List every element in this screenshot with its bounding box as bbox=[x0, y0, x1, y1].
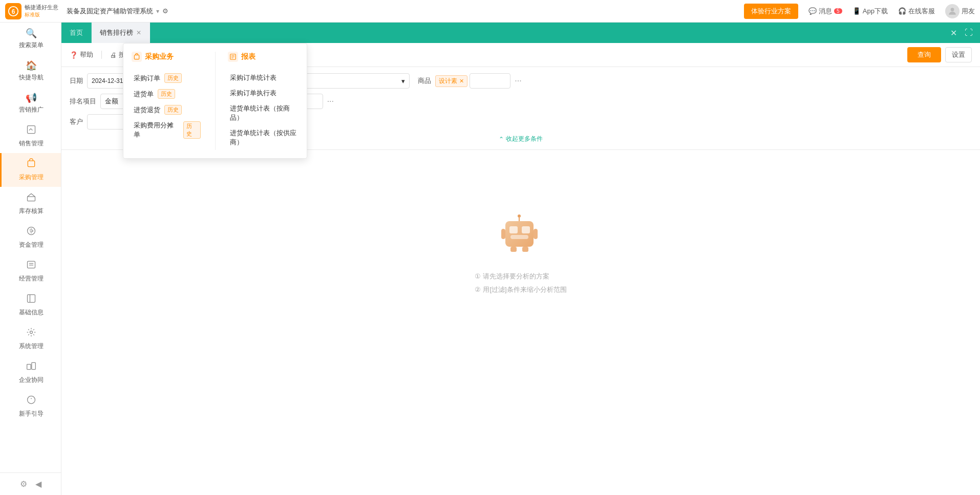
goods-tag-close[interactable]: ✕ bbox=[459, 78, 464, 84]
svg-rect-19 bbox=[510, 235, 528, 239]
settings-icon[interactable]: ⚙ bbox=[162, 7, 168, 15]
main-layout: 🔍 搜索菜单 🏠 快捷导航 📢 营销推广 销售管理 采购管理 bbox=[0, 23, 980, 495]
tab-close-all-btn[interactable]: ✕ bbox=[946, 26, 961, 40]
help-icon: ❓ bbox=[70, 51, 78, 59]
svg-rect-25 bbox=[522, 247, 528, 252]
svg-point-21 bbox=[518, 214, 521, 218]
finance-icon bbox=[26, 226, 36, 239]
goods-tag[interactable]: 设计素 ✕ bbox=[435, 75, 467, 87]
sidebar-item-search[interactable]: 🔍 搜索菜单 bbox=[0, 23, 61, 55]
top-header: 6 畅捷通好生意 标准版 装备及固定资产辅助管理系统 ▾ ⚙ 体验行业方案 💬 … bbox=[0, 0, 980, 23]
history-badge: 历史 bbox=[158, 89, 175, 99]
empty-state: ① 请先选择要分析的方案 ② 用[过滤]条件来缩小分析范围 bbox=[61, 150, 980, 355]
collapse-btn[interactable]: ⌃ 收起更多条件 bbox=[499, 135, 543, 143]
settings-bottom-btn[interactable]: ⚙ bbox=[18, 477, 29, 491]
inventory-icon bbox=[26, 192, 36, 205]
sidebar-item-enterprise[interactable]: 企业协同 bbox=[0, 356, 61, 390]
sidebar-item-finance[interactable]: 资金管理 bbox=[0, 221, 61, 254]
dropdown-item-report-order-stat[interactable]: 采购订单统计表 bbox=[228, 70, 299, 85]
dropdown-menu: 采购业务 采购订单 历史 进货单 历史 进货退货 历史 采购费用分摊单 历史 bbox=[123, 43, 307, 159]
header-right: 💬 消息 5 📱 App下载 🎧 在线客服 用友 bbox=[808, 4, 975, 18]
logo-badge: 标准版 bbox=[25, 11, 58, 18]
sidebar-item-label: 系统管理 bbox=[19, 342, 44, 351]
svg-rect-17 bbox=[509, 226, 518, 233]
sidebar-item-label: 营销推广 bbox=[19, 105, 44, 114]
tab-sales-rank-label: 销售排行榜 bbox=[100, 28, 133, 37]
svg-rect-23 bbox=[534, 229, 538, 239]
tab-bar: 首页 销售排行榜 ✕ ✕ ⛶ bbox=[61, 23, 980, 43]
sidebar-item-quick-nav[interactable]: 🏠 快捷导航 bbox=[0, 55, 61, 87]
settings-small-btn[interactable]: 设置 bbox=[945, 47, 972, 62]
sidebar-item-basic-info[interactable]: 基础信息 bbox=[0, 288, 61, 322]
search-icon: 🔍 bbox=[26, 28, 37, 39]
marketing-icon: 📢 bbox=[26, 92, 37, 103]
svg-rect-16 bbox=[505, 221, 534, 247]
message-badge: 5 bbox=[834, 8, 842, 14]
industry-btn[interactable]: 体验行业方案 bbox=[744, 4, 798, 19]
sidebar-item-label: 新手引导 bbox=[19, 410, 44, 418]
home-icon: 🏠 bbox=[26, 60, 37, 71]
sidebar-item-label: 搜索菜单 bbox=[19, 41, 44, 50]
query-btn[interactable]: 查询 bbox=[907, 47, 941, 62]
svg-rect-7 bbox=[28, 261, 35, 268]
report-section-icon bbox=[228, 52, 238, 62]
svg-point-6 bbox=[28, 227, 35, 235]
toolbar-right: 查询 设置 bbox=[907, 47, 972, 62]
avatar bbox=[945, 4, 960, 18]
dropdown-item-purchase-order[interactable]: 采购订单 历史 bbox=[132, 70, 203, 86]
sidebar-item-guide[interactable]: 新手引导 bbox=[0, 390, 61, 423]
dropdown-item-report-receipt-goods[interactable]: 进货单统计表（按商品） bbox=[228, 101, 299, 125]
history-badge: 历史 bbox=[164, 105, 182, 115]
empty-hints: ① 请先选择要分析的方案 ② 用[过滤]条件来缩小分析范围 bbox=[475, 270, 566, 296]
user-btn[interactable]: 用友 bbox=[945, 4, 975, 18]
sidebar-item-inventory[interactable]: 库存核算 bbox=[0, 187, 61, 221]
tab-home[interactable]: 首页 bbox=[61, 23, 92, 43]
tab-maximize-btn[interactable]: ⛶ bbox=[962, 26, 976, 40]
status-dropdown-icon: ▾ bbox=[401, 77, 405, 85]
basic-info-icon bbox=[26, 293, 36, 306]
status-select[interactable]: ▾ bbox=[297, 73, 410, 89]
app-download-btn[interactable]: 📱 App下载 bbox=[853, 7, 888, 16]
sidebar-item-marketing[interactable]: 📢 营销推广 bbox=[0, 87, 61, 119]
online-service-btn[interactable]: 🎧 在线客服 bbox=[898, 7, 935, 16]
dropdown-item-purchase-return[interactable]: 进货退货 历史 bbox=[132, 102, 203, 118]
svg-point-2 bbox=[951, 8, 954, 11]
sep1 bbox=[101, 51, 102, 59]
enterprise-icon bbox=[26, 361, 36, 374]
svg-rect-10 bbox=[28, 295, 35, 303]
dropdown-item-purchase-receipt[interactable]: 进货单 历史 bbox=[132, 86, 203, 102]
goods-label: 商品 bbox=[418, 76, 431, 85]
help-btn[interactable]: ❓ 帮助 bbox=[70, 50, 93, 59]
content-area: 首页 销售排行榜 ✕ ✕ ⛶ ❓ 帮助 🖨 bbox=[61, 23, 980, 495]
logo-area: 6 畅捷通好生意 标准版 bbox=[5, 3, 67, 19]
report-column: 报表 采购订单统计表 采购订单执行表 进货单统计表（按商品） 进货单统计表（按供… bbox=[228, 52, 299, 150]
message-btn[interactable]: 💬 消息 5 bbox=[808, 7, 842, 16]
sales-icon bbox=[26, 124, 36, 137]
sidebar-item-label: 经营管理 bbox=[19, 274, 44, 283]
goods-input[interactable] bbox=[470, 73, 510, 89]
purchase-icon bbox=[26, 158, 36, 171]
logo-icon: 6 bbox=[5, 3, 22, 19]
collapse-icon: ⌃ bbox=[499, 136, 504, 143]
sidebar-item-operations[interactable]: 经营管理 bbox=[0, 254, 61, 288]
dropdown-arrow-icon[interactable]: ▾ bbox=[156, 8, 159, 15]
dropdown-item-report-receipt-supplier[interactable]: 进货单统计表（按供应商） bbox=[228, 125, 299, 150]
svg-rect-13 bbox=[27, 364, 31, 370]
collapse-sidebar-btn[interactable]: ◀ bbox=[33, 477, 44, 491]
sidebar-item-label: 采购管理 bbox=[19, 173, 44, 182]
dropdown-item-report-order-exec[interactable]: 采购订单执行表 bbox=[228, 85, 299, 101]
sidebar-item-system[interactable]: 系统管理 bbox=[0, 322, 61, 356]
tab-close-btn[interactable]: ✕ bbox=[136, 29, 141, 36]
dropdown-item-purchase-expense[interactable]: 采购费用分摊单 历史 bbox=[132, 118, 203, 142]
sidebar-item-purchase[interactable]: 采购管理 bbox=[0, 153, 61, 187]
tab-actions: ✕ ⛶ bbox=[946, 26, 980, 40]
salesman-more-btn[interactable]: ··· bbox=[327, 97, 334, 106]
sidebar-item-sales[interactable]: 销售管理 bbox=[0, 119, 61, 153]
sidebar-item-label: 基础信息 bbox=[19, 308, 44, 317]
goods-more-btn[interactable]: ··· bbox=[515, 76, 521, 85]
message-icon: 💬 bbox=[808, 7, 817, 15]
svg-rect-24 bbox=[510, 247, 517, 252]
svg-rect-4 bbox=[28, 161, 34, 167]
goods-input-area: 设计素 ✕ bbox=[435, 73, 510, 89]
tab-sales-rank[interactable]: 销售排行榜 ✕ bbox=[92, 23, 150, 43]
